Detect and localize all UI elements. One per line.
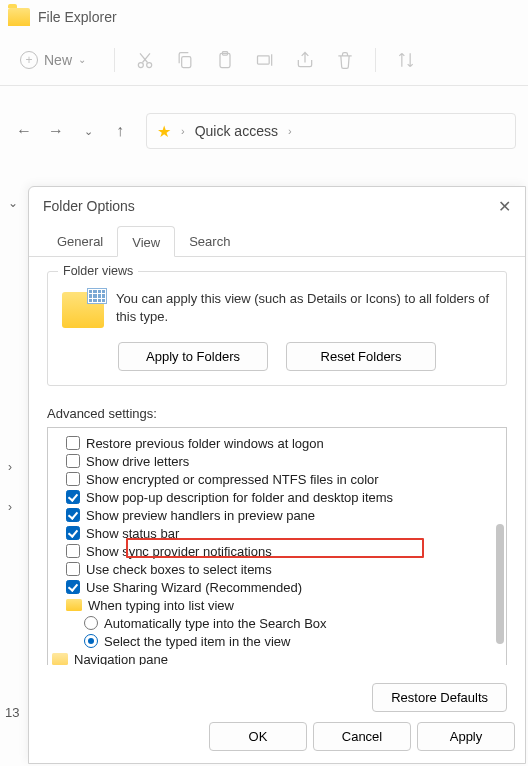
close-button[interactable]: ✕ <box>498 197 511 216</box>
svg-point-1 <box>147 62 152 67</box>
checkbox-ntfs[interactable] <box>66 472 80 486</box>
folder-icon <box>8 8 30 26</box>
tab-strip: General View Search <box>29 225 525 257</box>
window-title: File Explorer <box>38 9 117 25</box>
share-icon[interactable] <box>295 50 315 70</box>
breadcrumb[interactable]: Quick access <box>195 123 278 139</box>
toolbar: + New ⌄ <box>0 34 528 86</box>
titlebar: File Explorer <box>0 0 528 34</box>
separator <box>375 48 376 72</box>
item-restore: Restore previous folder windows at logon <box>86 436 324 451</box>
item-usecb: Use check boxes to select items <box>86 562 272 577</box>
dialog-buttons: OK Cancel Apply <box>29 712 525 763</box>
checkbox-status[interactable] <box>66 526 80 540</box>
item-preview: Show preview handlers in preview pane <box>86 508 315 523</box>
item-drive: Show drive letters <box>86 454 189 469</box>
folder-views-desc: You can apply this view (such as Details… <box>116 290 492 328</box>
nav-row: ← → ⌄ ↑ ★ › Quick access › <box>0 104 528 158</box>
item-typing: When typing into list view <box>88 598 234 613</box>
item-popup: Show pop-up description for folder and d… <box>86 490 393 505</box>
chevron-right-icon[interactable]: › <box>8 500 12 514</box>
ok-button[interactable]: OK <box>209 722 307 751</box>
reset-folders-button[interactable]: Reset Folders <box>286 342 436 371</box>
copy-icon[interactable] <box>175 50 195 70</box>
scrollbar[interactable] <box>496 524 504 644</box>
address-bar[interactable]: ★ › Quick access › <box>146 113 516 149</box>
dialog-title: Folder Options <box>43 198 135 214</box>
apply-button[interactable]: Apply <box>417 722 515 751</box>
chevron-right-icon[interactable]: › <box>8 460 12 474</box>
chevron-right-icon: › <box>288 125 292 137</box>
advanced-settings-list[interactable]: Restore previous folder windows at logon… <box>47 427 507 665</box>
cancel-button[interactable]: Cancel <box>313 722 411 751</box>
folder-options-dialog: Folder Options ✕ General View Search Fol… <box>28 186 526 764</box>
svg-rect-2 <box>182 56 191 67</box>
checkbox-sync[interactable] <box>66 544 80 558</box>
tab-general[interactable]: General <box>43 226 117 257</box>
chevron-right-icon: › <box>181 125 185 137</box>
item-navpane: Navigation pane <box>74 652 168 666</box>
separator <box>114 48 115 72</box>
item-count: 13 <box>5 705 19 720</box>
delete-icon[interactable] <box>335 50 355 70</box>
expand-icon[interactable]: ⌄ <box>8 196 18 210</box>
chevron-down-icon: ⌄ <box>78 54 86 65</box>
tab-view[interactable]: View <box>117 226 175 257</box>
folder-icon <box>66 599 82 611</box>
folder-views-group: Folder views You can apply this view (su… <box>47 271 507 386</box>
restore-defaults-button[interactable]: Restore Defaults <box>372 683 507 712</box>
cut-icon[interactable] <box>135 50 155 70</box>
item-sharing: Use Sharing Wizard (Recommended) <box>86 580 302 595</box>
checkbox-restore[interactable] <box>66 436 80 450</box>
apply-to-folders-button[interactable]: Apply to Folders <box>118 342 268 371</box>
folder-icon <box>52 653 68 665</box>
item-status: Show status bar <box>86 526 179 541</box>
radio-select[interactable] <box>84 634 98 648</box>
sort-icon[interactable] <box>396 50 416 70</box>
item-auto: Automatically type into the Search Box <box>104 616 327 631</box>
item-sync: Show sync provider notifications <box>86 544 272 559</box>
radio-auto[interactable] <box>84 616 98 630</box>
svg-point-0 <box>138 62 143 67</box>
advanced-settings-label: Advanced settings: <box>47 406 507 421</box>
checkbox-sharing[interactable] <box>66 580 80 594</box>
folder-views-icon <box>62 292 104 328</box>
new-label: New <box>44 52 72 68</box>
item-select: Select the typed item in the view <box>104 634 290 649</box>
folder-views-legend: Folder views <box>58 264 138 278</box>
forward-button[interactable]: → <box>44 122 68 140</box>
plus-icon: + <box>20 51 38 69</box>
dialog-titlebar: Folder Options ✕ <box>29 187 525 225</box>
checkbox-usecb[interactable] <box>66 562 80 576</box>
svg-rect-5 <box>258 55 270 63</box>
checkbox-drive[interactable] <box>66 454 80 468</box>
paste-icon[interactable] <box>215 50 235 70</box>
back-button[interactable]: ← <box>12 122 36 140</box>
star-icon: ★ <box>157 122 171 141</box>
item-ntfs: Show encrypted or compressed NTFS files … <box>86 472 379 487</box>
new-button[interactable]: + New ⌄ <box>12 45 94 75</box>
rename-icon[interactable] <box>255 50 275 70</box>
recent-button[interactable]: ⌄ <box>76 125 100 138</box>
up-button[interactable]: ↑ <box>108 122 132 140</box>
tab-search[interactable]: Search <box>175 226 244 257</box>
checkbox-preview[interactable] <box>66 508 80 522</box>
checkbox-popup[interactable] <box>66 490 80 504</box>
